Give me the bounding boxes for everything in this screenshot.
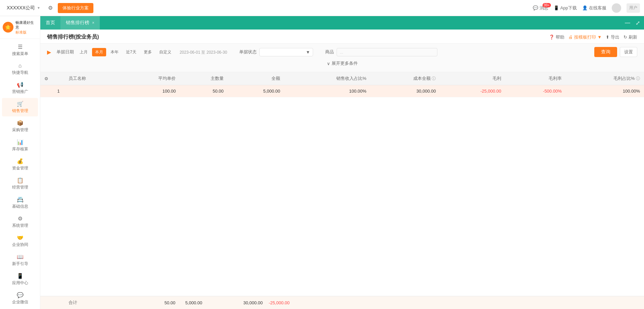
filter-area: ▶ 单据日期 上月 本月 本年 近7天 更多 自定义 bbox=[40, 44, 644, 72]
row-settings bbox=[40, 85, 52, 97]
sidebar-item-label: 资金管理 bbox=[12, 165, 28, 171]
print-button[interactable]: 🖨 按模板打印 ▼ bbox=[568, 34, 602, 40]
this-year-button[interactable]: 本年 bbox=[108, 48, 122, 56]
status-filter: 单据状态 ▼ bbox=[239, 48, 313, 56]
sidebar-item-apps[interactable]: 📱 应用中心 bbox=[2, 270, 38, 289]
col-gross: 毛利 bbox=[440, 72, 505, 85]
tab-bar-right: — ⤢ bbox=[624, 18, 644, 28]
logo-icon: 🌟 bbox=[3, 22, 13, 33]
sidebar-item-purchase[interactable]: 📦 采购管理 bbox=[2, 117, 38, 136]
tab-maximize-button[interactable]: ⤢ bbox=[634, 18, 641, 28]
gross-pct-help-icon[interactable]: ⓘ bbox=[636, 76, 640, 81]
refresh-button[interactable]: ↻ 刷新 bbox=[624, 34, 637, 40]
row-gross-rate: -500.00% bbox=[505, 85, 566, 97]
settings-small-button[interactable]: 设置 bbox=[620, 47, 637, 57]
filter-expand-button[interactable]: ▶ bbox=[47, 49, 51, 55]
company-selector[interactable]: XXXXXX公司 ▼ bbox=[4, 4, 43, 12]
sidebar-item-basic[interactable]: 📇 基础信息 bbox=[2, 194, 38, 212]
expand-row: ∨ 展开更多条件 bbox=[47, 57, 637, 68]
sidebar-item-label: 企业微信 bbox=[12, 299, 28, 305]
row-quantity: 50.00 bbox=[180, 85, 227, 97]
sidebar-item-quicknav[interactable]: ⌂ 快捷导航 bbox=[2, 60, 38, 78]
sidebar-item-sales[interactable]: 🛒 销售管理 bbox=[2, 98, 38, 116]
marketing-icon: 📢 bbox=[17, 82, 24, 88]
export-icon: ⬆ bbox=[606, 35, 609, 40]
export-button[interactable]: ⬆ 导出 bbox=[606, 34, 619, 40]
help-button[interactable]: ❓ 帮助 bbox=[549, 34, 564, 40]
cost-help-icon[interactable]: ⓘ bbox=[432, 76, 436, 81]
col-settings[interactable]: ⚙ bbox=[40, 72, 52, 85]
user-name[interactable]: 用户 bbox=[627, 3, 640, 13]
sidebar-item-label: 企业协同 bbox=[12, 242, 28, 248]
footer-cost: 30,000.00 bbox=[240, 300, 267, 305]
more-dates-button[interactable]: 更多 bbox=[141, 48, 155, 56]
sidebar-item-label: 新手引导 bbox=[12, 261, 28, 267]
app-label: App下载 bbox=[560, 5, 577, 11]
sidebar-item-system[interactable]: ⚙ 系统管理 bbox=[2, 213, 38, 231]
row-rank: 1 bbox=[52, 85, 65, 97]
print-icon: 🖨 bbox=[568, 35, 573, 40]
main-layout: 🌟 畅康通好生意 标准版 ☰ 搜索菜单 ⌂ 快捷导航 📢 营销推广 🛒 销售管理 bbox=[0, 16, 644, 309]
apps-icon: 📱 bbox=[17, 273, 24, 279]
tab-home[interactable]: 首页 bbox=[40, 16, 60, 30]
tab-sales-ranking[interactable]: 销售排行榜 × bbox=[60, 16, 100, 30]
basic-icon: 📇 bbox=[17, 196, 24, 203]
row-gross-pct: 100.00% bbox=[566, 85, 644, 97]
footer-label: 合计 bbox=[69, 300, 126, 306]
this-month-button[interactable]: 本月 bbox=[92, 48, 106, 56]
tab-minimize-button[interactable]: — bbox=[624, 18, 632, 27]
sidebar-item-label: 库存核算 bbox=[12, 146, 28, 152]
expand-chevron-icon: ∨ bbox=[327, 61, 330, 66]
query-button[interactable]: 查询 bbox=[594, 47, 617, 57]
tab-close-icon[interactable]: × bbox=[92, 20, 94, 25]
col-quantity: 主数量 bbox=[180, 72, 227, 85]
sidebar-item-label: 系统管理 bbox=[12, 223, 28, 228]
trial-button[interactable]: 体验行业方案 bbox=[58, 3, 93, 13]
sidebar-item-label: 快捷导航 bbox=[12, 70, 28, 75]
tab-bar: 首页 销售排行榜 × — ⤢ bbox=[40, 16, 644, 30]
table-header-row: ⚙ 员工名称 平均单价 主数量 全额 销售收入占比% 成本全额 ⓘ 毛利 毛利率 bbox=[40, 72, 644, 85]
col-cost: 成本全额 ⓘ bbox=[371, 72, 440, 85]
page-header: 销售排行榜(按业务员) ❓ 帮助 🖨 按模板打印 ▼ ⬆ 导出 bbox=[40, 30, 644, 44]
date-filter: 单据日期 上月 本月 本年 近7天 更多 自定义 bbox=[56, 48, 174, 56]
logo-text: 畅康通好生意 标准版 bbox=[15, 20, 37, 35]
expand-more-button[interactable]: ∨ 展开更多条件 bbox=[323, 59, 362, 68]
message-icon: 💬 bbox=[533, 5, 538, 10]
goods-input[interactable]: ... bbox=[337, 48, 437, 56]
sidebar-item-wechat[interactable]: 💬 企业微信 bbox=[2, 289, 38, 308]
sidebar-item-marketing[interactable]: 📢 营销推广 bbox=[2, 79, 38, 97]
table-container: ⚙ 员工名称 平均单价 主数量 全额 销售收入占比% 成本全额 ⓘ 毛利 毛利率 bbox=[40, 72, 644, 296]
online-service-button[interactable]: 👤 在线客服 bbox=[582, 5, 606, 11]
home-icon: ⌂ bbox=[18, 63, 22, 69]
sidebar-item-label: 采购管理 bbox=[12, 127, 28, 133]
row-sales-pct: 100.00% bbox=[284, 85, 370, 97]
col-sales-pct: 销售收入占比% bbox=[284, 72, 370, 85]
settings-button[interactable]: ⚙ bbox=[46, 3, 55, 13]
sidebar-item-inventory[interactable]: 📊 库存核算 bbox=[2, 136, 38, 155]
row-avg-price: 100.00 bbox=[122, 85, 180, 97]
help-icon: ❓ bbox=[549, 35, 554, 40]
sidebar-item-collab[interactable]: 🤝 企业协同 bbox=[2, 232, 38, 250]
app-download-button[interactable]: 📱 App下载 bbox=[554, 5, 577, 11]
last-month-button[interactable]: 上月 bbox=[77, 48, 91, 56]
date-filter-label: 单据日期 bbox=[56, 49, 74, 55]
service-label: 在线客服 bbox=[589, 5, 606, 11]
custom-date-button[interactable]: 自定义 bbox=[156, 48, 174, 56]
status-filter-label: 单据状态 bbox=[239, 49, 257, 55]
sidebar-logo: 🌟 畅康通好生意 标准版 bbox=[0, 16, 40, 39]
last-7days-button[interactable]: 近7天 bbox=[123, 48, 139, 56]
message-button[interactable]: 💬 消息 99+ bbox=[533, 5, 548, 11]
sidebar-item-finance[interactable]: 💰 资金管理 bbox=[2, 155, 38, 174]
finance-icon: 💰 bbox=[17, 158, 24, 164]
sidebar-item-label: 销售管理 bbox=[12, 108, 28, 114]
row-employee-name bbox=[65, 85, 122, 97]
page-actions: ❓ 帮助 🖨 按模板打印 ▼ ⬆ 导出 ↻ 刷新 bbox=[549, 34, 637, 40]
sidebar-item-operation[interactable]: 📋 经营管理 bbox=[2, 174, 38, 193]
avatar[interactable] bbox=[612, 3, 621, 13]
col-gross-rate: 毛利率 bbox=[505, 72, 566, 85]
sidebar-item-search[interactable]: ☰ 搜索菜单 bbox=[2, 41, 38, 59]
col-amount: 全额 bbox=[228, 72, 285, 85]
sidebar-item-guide[interactable]: 📖 新手引导 bbox=[2, 251, 38, 269]
status-select[interactable]: ▼ bbox=[259, 48, 313, 56]
chevron-down-icon: ▼ bbox=[37, 6, 40, 10]
